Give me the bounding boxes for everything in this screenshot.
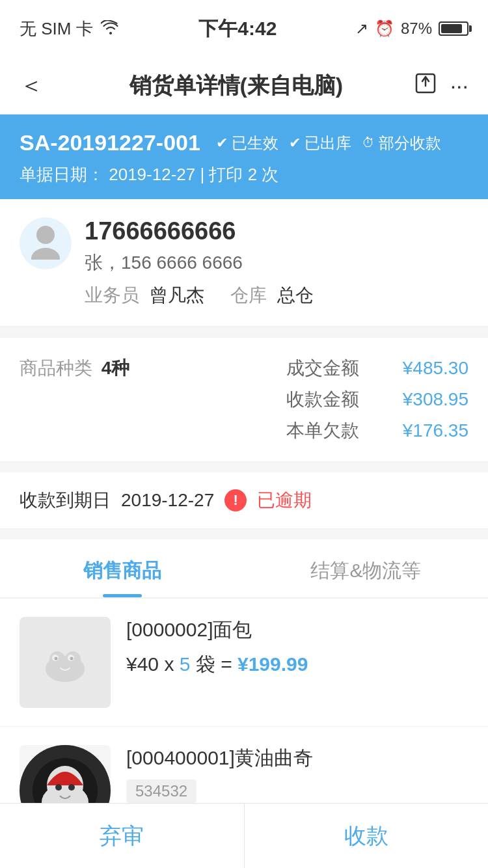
svg-point-14 [55, 784, 62, 791]
deal-amount: 成交金额 ¥485.30 [286, 356, 468, 381]
time-display: 下午4:42 [198, 16, 277, 42]
status-shipped: ✔ 已出库 [289, 133, 351, 154]
battery-percent: 87% [401, 20, 432, 38]
customer-section: 17666666666 张，156 6666 6666 业务员 曾凡杰 仓库 总… [0, 199, 488, 327]
customer-name: 张，156 6666 6666 [85, 251, 468, 275]
status-tags: ✔ 已生效 ✔ 已出库 ⏱ 部分收款 [216, 133, 441, 154]
salesman-label: 业务员 曾凡杰 [85, 283, 204, 308]
overdue-icon: ! [224, 489, 247, 511]
overdue-text: 已逾期 [257, 488, 312, 513]
status-effective: ✔ 已生效 [216, 133, 278, 154]
battery-icon [439, 21, 468, 36]
status-bar: 无 SIM 卡 下午4:42 ↗ ⏰ 87% [0, 0, 488, 57]
product-name-bread: [0000002]面包 [126, 617, 468, 644]
due-date: 2019-12-27 [121, 490, 214, 511]
product-name-cookie: [000400001]黄油曲奇 [126, 745, 468, 772]
product-sku-cookie: 534532 [126, 780, 197, 803]
svg-point-15 [68, 784, 75, 791]
customer-meta: 业务员 曾凡杰 仓库 总仓 [85, 283, 468, 308]
nav-bar: ＜ 销货单详情(来自电脑) ··· [0, 57, 488, 115]
svg-point-9 [70, 657, 74, 660]
more-icon[interactable]: ··· [450, 73, 468, 98]
stats-section: 商品种类 4种 成交金额 ¥485.30 收款金额 ¥308.95 本单欠款 ¥… [0, 337, 488, 462]
svg-point-1 [36, 226, 55, 244]
location-icon: ↗ [355, 20, 368, 38]
banner-date-row: 单据日期： 2019-12-27 | 打印 2 次 [20, 163, 468, 186]
debt-amount: 本单欠款 ¥176.35 [286, 418, 468, 443]
check-icon-1: ✔ [216, 135, 228, 152]
alarm-icon: ⏰ [375, 20, 394, 38]
tabs-row: 销售商品 结算&物流等 [0, 539, 488, 597]
tab-sales-products[interactable]: 销售商品 [0, 539, 244, 597]
product-price-bread: ¥40 x 5 袋 = ¥199.99 [126, 651, 468, 678]
user-icon [26, 221, 65, 267]
header-banner: SA-20191227-001 ✔ 已生效 ✔ 已出库 ⏱ 部分收款 单据日期：… [0, 115, 488, 199]
product-info-bread: [0000002]面包 ¥40 x 5 袋 = ¥199.99 [126, 617, 468, 678]
status-partial-paid: ⏱ 部分收款 [362, 133, 441, 154]
tabs-section: 销售商品 结算&物流等 [0, 539, 488, 599]
svg-point-8 [55, 657, 58, 660]
stats-right: 成交金额 ¥485.30 收款金额 ¥308.95 本单欠款 ¥176.35 [286, 356, 468, 443]
export-icon[interactable] [414, 72, 437, 100]
wifi-icon [101, 19, 120, 39]
check-icon-2: ✔ [289, 135, 301, 152]
collected-amount: 收款金额 ¥308.95 [286, 387, 468, 412]
svg-point-2 [31, 248, 60, 260]
bottom-bar: 弃审 收款 [0, 803, 488, 868]
stats-row: 商品种类 4种 成交金额 ¥485.30 收款金额 ¥308.95 本单欠款 ¥… [20, 356, 468, 443]
status-right: ↗ ⏰ 87% [355, 20, 468, 38]
avatar [20, 217, 72, 269]
stats-left: 商品种类 4种 [20, 356, 129, 381]
due-label: 收款到期日 [20, 488, 111, 513]
collect-button[interactable]: 收款 [245, 804, 489, 868]
clock-icon: ⏱ [362, 135, 375, 150]
reject-button[interactable]: 弃审 [0, 804, 245, 868]
customer-info: 17666666666 张，156 6666 6666 业务员 曾凡杰 仓库 总… [85, 217, 468, 308]
status-left: 无 SIM 卡 [20, 18, 120, 40]
tab-settlement-logistics[interactable]: 结算&物流等 [244, 539, 488, 597]
order-id: SA-20191227-001 [20, 130, 200, 156]
due-section: 收款到期日 2019-12-27 ! 已逾期 [0, 472, 488, 529]
product-thumb-bread [20, 617, 111, 708]
nav-actions: ··· [414, 72, 468, 100]
carrier-label: 无 SIM 卡 [20, 18, 93, 40]
page-title: 销货单详情(来自电脑) [129, 71, 344, 101]
customer-phone: 17666666666 [85, 217, 468, 245]
product-item-bread: [0000002]面包 ¥40 x 5 袋 = ¥199.99 [0, 599, 488, 727]
back-button[interactable]: ＜ [20, 70, 59, 102]
banner-row1: SA-20191227-001 ✔ 已生效 ✔ 已出库 ⏱ 部分收款 [20, 130, 468, 156]
warehouse-label: 仓库 总仓 [230, 283, 314, 308]
